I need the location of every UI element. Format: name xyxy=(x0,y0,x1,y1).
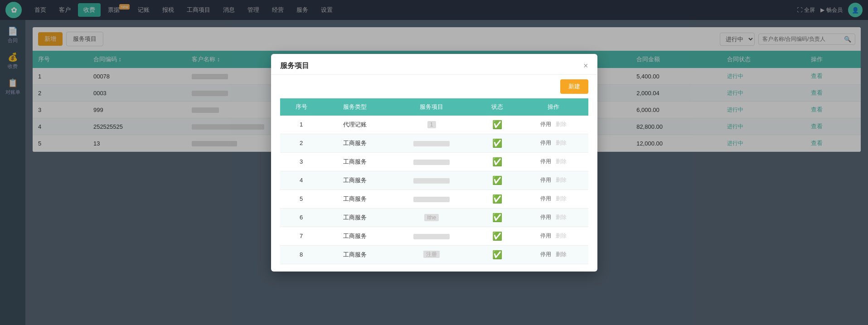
modal-cell-seq: 4 xyxy=(280,171,323,189)
modal-cell-status: ✅ xyxy=(476,189,519,208)
modal-table-row: 1 代理记账 1 ✅ 停用 删除 xyxy=(280,116,588,134)
delete-button: 删除 xyxy=(556,176,567,184)
modal-table-row: 5 工商服务 ✅ 停用 删除 xyxy=(280,189,588,208)
modal-cell-seq: 7 xyxy=(280,227,323,245)
modal-cell-type: 工商服务 xyxy=(323,227,388,245)
status-check-icon: ✅ xyxy=(492,120,502,129)
delete-button: 删除 xyxy=(556,213,567,221)
delete-button: 删除 xyxy=(556,232,567,240)
delete-button: 删除 xyxy=(556,158,567,165)
modal-cell-seq: 2 xyxy=(280,134,323,152)
status-check-icon: ✅ xyxy=(492,213,502,222)
modal-cell-status: ✅ xyxy=(476,152,519,171)
modal-new-button[interactable]: 新建 xyxy=(560,79,588,94)
modal-close-button[interactable]: × xyxy=(583,61,588,71)
modal-cell-type: 工商服务 xyxy=(323,208,388,227)
status-check-icon: ✅ xyxy=(492,176,502,185)
stop-button[interactable]: 停用 xyxy=(540,251,551,258)
modal-toolbar: 新建 xyxy=(271,75,597,98)
modal-cell-status: ✅ xyxy=(476,116,519,134)
modal-cell-action: 停用 删除 xyxy=(519,171,588,189)
stop-button[interactable]: 停用 xyxy=(540,195,551,203)
stop-button[interactable]: 停用 xyxy=(540,158,551,165)
modal-table-row: 6 工商服务 Ithe ✅ 停用 删除 xyxy=(280,208,588,227)
modal-cell-type: 工商服务 xyxy=(323,189,388,208)
delete-button: 删除 xyxy=(556,139,567,147)
modal-cell-item xyxy=(387,189,476,208)
modal-col-status: 状态 xyxy=(476,98,519,116)
modal-table-row: 3 工商服务 ✅ 停用 删除 xyxy=(280,152,588,171)
modal-cell-seq: 6 xyxy=(280,208,323,227)
overlay[interactable]: 服务项目 × 新建 序号 服务类型 服务项目 状态 操作 1 xyxy=(0,0,868,325)
status-check-icon: ✅ xyxy=(492,157,502,166)
delete-button: 删除 xyxy=(556,121,567,128)
status-check-icon: ✅ xyxy=(492,232,502,241)
service-modal: 服务项目 × 新建 序号 服务类型 服务项目 状态 操作 1 xyxy=(271,54,597,272)
modal-cell-action: 停用 删除 xyxy=(519,245,588,264)
modal-cell-action: 停用 删除 xyxy=(519,134,588,152)
status-check-icon: ✅ xyxy=(492,139,502,148)
modal-cell-seq: 3 xyxy=(280,152,323,171)
modal-col-type: 服务类型 xyxy=(323,98,388,116)
service-items-table: 序号 服务类型 服务项目 状态 操作 1 代理记账 1 ✅ 停用 删除 2 工商… xyxy=(280,98,588,264)
modal-cell-item: 注册 xyxy=(387,245,476,264)
modal-cell-seq: 5 xyxy=(280,189,323,208)
modal-cell-action: 停用 删除 xyxy=(519,208,588,227)
modal-cell-status: ✅ xyxy=(476,227,519,245)
modal-cell-status: ✅ xyxy=(476,245,519,264)
modal-body: 序号 服务类型 服务项目 状态 操作 1 代理记账 1 ✅ 停用 删除 2 工商… xyxy=(271,98,597,272)
modal-cell-action: 停用 删除 xyxy=(519,152,588,171)
modal-cell-status: ✅ xyxy=(476,171,519,189)
modal-col-seq: 序号 xyxy=(280,98,323,116)
stop-button[interactable]: 停用 xyxy=(540,139,551,147)
modal-cell-type: 工商服务 xyxy=(323,171,388,189)
modal-col-item: 服务项目 xyxy=(387,98,476,116)
modal-cell-action: 停用 删除 xyxy=(519,116,588,134)
delete-button: 删除 xyxy=(556,195,567,203)
modal-header: 服务项目 × xyxy=(271,54,597,75)
modal-cell-type: 工商服务 xyxy=(323,134,388,152)
modal-table-row: 2 工商服务 ✅ 停用 删除 xyxy=(280,134,588,152)
modal-cell-action: 停用 删除 xyxy=(519,227,588,245)
modal-cell-item xyxy=(387,152,476,171)
modal-cell-item xyxy=(387,134,476,152)
status-check-icon: ✅ xyxy=(492,194,502,204)
modal-cell-seq: 1 xyxy=(280,116,323,134)
stop-button[interactable]: 停用 xyxy=(540,121,551,128)
modal-cell-item: Ithe xyxy=(387,208,476,227)
stop-button[interactable]: 停用 xyxy=(540,213,551,221)
modal-cell-item xyxy=(387,227,476,245)
modal-cell-status: ✅ xyxy=(476,134,519,152)
status-check-icon: ✅ xyxy=(492,250,502,259)
modal-cell-item xyxy=(387,171,476,189)
modal-cell-type: 工商服务 xyxy=(323,245,388,264)
modal-cell-status: ✅ xyxy=(476,208,519,227)
modal-table-row: 4 工商服务 ✅ 停用 删除 xyxy=(280,171,588,189)
modal-table-row: 7 工商服务 ✅ 停用 删除 xyxy=(280,227,588,245)
modal-cell-seq: 8 xyxy=(280,245,323,264)
delete-button[interactable]: 删除 xyxy=(556,251,567,258)
stop-button[interactable]: 停用 xyxy=(540,232,551,240)
modal-cell-action: 停用 删除 xyxy=(519,189,588,208)
stop-button[interactable]: 停用 xyxy=(540,176,551,184)
modal-title: 服务项目 xyxy=(280,61,309,71)
modal-cell-type: 工商服务 xyxy=(323,152,388,171)
modal-col-action: 操作 xyxy=(519,98,588,116)
modal-cell-type: 代理记账 xyxy=(323,116,388,134)
modal-table-row: 8 工商服务 注册 ✅ 停用 删除 xyxy=(280,245,588,264)
modal-cell-item: 1 xyxy=(387,116,476,134)
